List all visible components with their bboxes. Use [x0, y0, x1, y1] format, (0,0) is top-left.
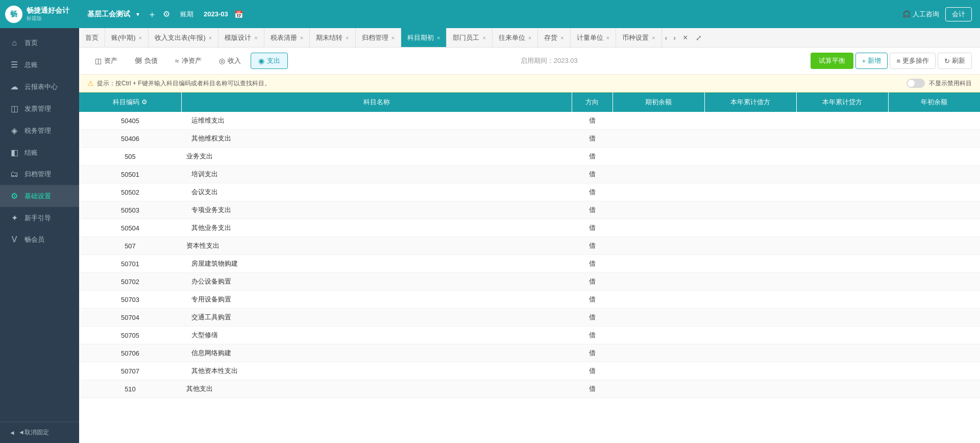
period-info: 启用期间：2023.03	[521, 56, 578, 65]
cell-code: 50705	[79, 327, 181, 344]
cell-ytd-debit	[704, 362, 796, 380]
table-row[interactable]: 50406 其他维权支出 借	[79, 130, 980, 148]
tab-next-btn[interactable]: ›	[670, 28, 679, 48]
table-row[interactable]: 50504 其他业务支出 借	[79, 219, 980, 237]
cat-tab-income[interactable]: ◎ 收入	[211, 53, 249, 69]
disable-toggle[interactable]	[906, 79, 925, 88]
sidebar-item-archive[interactable]: 🗂 归档管理	[0, 164, 79, 185]
tab-account-init-label: 科目期初	[407, 33, 434, 42]
cell-year-opening	[888, 183, 980, 201]
sidebar-item-ledger[interactable]: ☰ 总账	[0, 54, 79, 76]
tab-account-init[interactable]: 科目期初 ×	[401, 28, 447, 48]
tab-annual-close[interactable]: ×	[209, 35, 212, 41]
company-dropdown[interactable]: ▾	[136, 11, 139, 18]
period-label: 账期	[180, 10, 193, 19]
table-row[interactable]: 510 其他支出 借	[79, 380, 980, 398]
add-btn[interactable]: + 新增	[855, 53, 888, 69]
table-row[interactable]: 50706 信息网络购建 借	[79, 344, 980, 362]
cell-opening	[612, 309, 704, 327]
tab-currency[interactable]: 币种设置 ×	[616, 28, 662, 48]
col-settings-icon[interactable]: ⚙	[141, 98, 148, 106]
member-icon: V	[9, 235, 19, 244]
tab-template-close[interactable]: ×	[254, 35, 257, 41]
tab-filing-label: 归档管理	[362, 33, 388, 42]
tab-filing[interactable]: 归档管理 ×	[356, 28, 401, 48]
close-all-tabs-btn[interactable]: ×	[679, 28, 692, 48]
table-row[interactable]: 50707 其他资本性支出 借	[79, 362, 980, 380]
tab-period-close[interactable]: ×	[346, 35, 349, 41]
tab-annual-report[interactable]: 收入支出表(年报) ×	[149, 28, 218, 48]
table-header: 科目编码 ⚙ 科目名称 方向 期初余额 本年累计借方 本年累计贷方 年初余额	[79, 92, 980, 112]
cell-opening	[612, 344, 704, 362]
table-row[interactable]: 50503 专项业务支出 借	[79, 201, 980, 219]
account-type-btn[interactable]: 会计	[945, 7, 972, 21]
sidebar-item-home[interactable]: ⌂ 首页	[0, 32, 79, 54]
calendar-icon[interactable]: 📅	[234, 10, 243, 18]
sidebar-item-close-label: 结账	[24, 148, 38, 157]
tab-dept[interactable]: 部门员工 ×	[447, 28, 492, 48]
cell-name: 运维维支出	[181, 112, 572, 130]
sidebar-item-reports[interactable]: ☁ 云报表中心	[0, 76, 79, 98]
tab-dept-close[interactable]: ×	[482, 35, 485, 41]
cell-name: 其他业务支出	[181, 219, 572, 237]
tab-period-label: 期末结转	[316, 33, 342, 42]
table-row[interactable]: 50703 专用设备购置 借	[79, 291, 980, 309]
tab-contacts-close[interactable]: ×	[528, 35, 531, 41]
tab-midterm[interactable]: 账(中期) ×	[105, 28, 149, 48]
tax-icon: ◈	[9, 126, 19, 135]
tab-inventory-close[interactable]: ×	[560, 35, 564, 41]
table-row[interactable]: 50704 交通工具购置 借	[79, 309, 980, 327]
tab-period-end[interactable]: 期末结转 ×	[310, 28, 355, 48]
cat-tab-expense[interactable]: ◉ 支出	[251, 53, 288, 69]
tab-account-init-close[interactable]: ×	[437, 35, 440, 41]
balance-btn[interactable]: 试算平衡	[811, 53, 853, 69]
table-row[interactable]: 50701 房屋建筑物购建 借	[79, 255, 980, 273]
table-row[interactable]: 50501 培训支出 借	[79, 166, 980, 183]
cell-year-opening	[888, 255, 980, 273]
tab-home[interactable]: 首页	[79, 28, 105, 48]
tab-inventory[interactable]: 存货 ×	[538, 28, 570, 48]
tab-prev-btn[interactable]: ‹	[662, 28, 671, 48]
tab-midterm-label: 账(中期)	[111, 33, 136, 42]
sidebar-item-reports-label: 云报表中心	[24, 82, 58, 91]
cell-direction: 借	[572, 291, 612, 309]
cat-tab-asset[interactable]: ◫ 资产	[87, 53, 125, 69]
cell-code: 50706	[79, 344, 181, 362]
maximize-btn[interactable]: ⤢	[692, 28, 706, 48]
table-row[interactable]: 507 资本性支出 借	[79, 237, 980, 255]
tab-contacts[interactable]: 往来单位 ×	[493, 28, 538, 48]
sidebar-item-settings[interactable]: ⚙ 基础设置	[0, 185, 79, 207]
consult-btn[interactable]: 🎧 人工咨询	[902, 10, 939, 19]
tab-unit-close[interactable]: ×	[606, 35, 609, 41]
add-company-btn[interactable]: ＋	[148, 8, 157, 20]
header-gear-icon[interactable]: ⚙	[163, 9, 170, 19]
cell-ytd-debit	[704, 219, 796, 237]
tab-currency-label: 币种设置	[622, 33, 649, 42]
tab-tax-list[interactable]: 税表清册 ×	[264, 28, 310, 48]
table-row[interactable]: 50705 大型修缮 借	[79, 327, 980, 344]
accounts-table: 科目编码 ⚙ 科目名称 方向 期初余额 本年累计借方 本年累计贷方 年初余额 5…	[79, 92, 980, 398]
more-btn[interactable]: ≡ 更多操作	[890, 53, 936, 69]
cell-name: 房屋建筑物购建	[181, 255, 572, 273]
sidebar-item-invoice[interactable]: ◫ 发票管理	[0, 98, 79, 120]
table-row[interactable]: 50702 办公设备购置 借	[79, 273, 980, 291]
tab-midterm-close[interactable]: ×	[139, 35, 142, 41]
tab-currency-close[interactable]: ×	[652, 35, 655, 41]
sidebar-item-member[interactable]: V 畅会员	[0, 229, 79, 250]
tab-unit[interactable]: 计量单位 ×	[571, 28, 616, 48]
sidebar-item-tax[interactable]: ◈ 税务管理	[0, 120, 79, 142]
cat-tab-equity[interactable]: ≈ 净资产	[167, 53, 209, 69]
cell-direction: 借	[572, 219, 612, 237]
table-row[interactable]: 50405 运维维支出 借	[79, 112, 980, 130]
table-row[interactable]: 505 业务支出 借	[79, 148, 980, 166]
sidebar-item-guide[interactable]: ✦ 新手引导	[0, 207, 79, 229]
tab-tax-close[interactable]: ×	[300, 35, 303, 41]
cell-direction: 借	[572, 166, 612, 183]
sidebar-item-close[interactable]: ◧ 结账	[0, 142, 79, 164]
tab-template[interactable]: 模版设计 ×	[218, 28, 264, 48]
table-row[interactable]: 50502 会议支出 借	[79, 183, 980, 201]
sidebar-collapse[interactable]: ◄ ◄取消固定	[0, 422, 79, 443]
tab-filing-close[interactable]: ×	[391, 35, 395, 41]
cat-tab-liability[interactable]: 侧 负债	[127, 53, 165, 69]
refresh-btn[interactable]: ↻ 刷新	[938, 53, 972, 69]
